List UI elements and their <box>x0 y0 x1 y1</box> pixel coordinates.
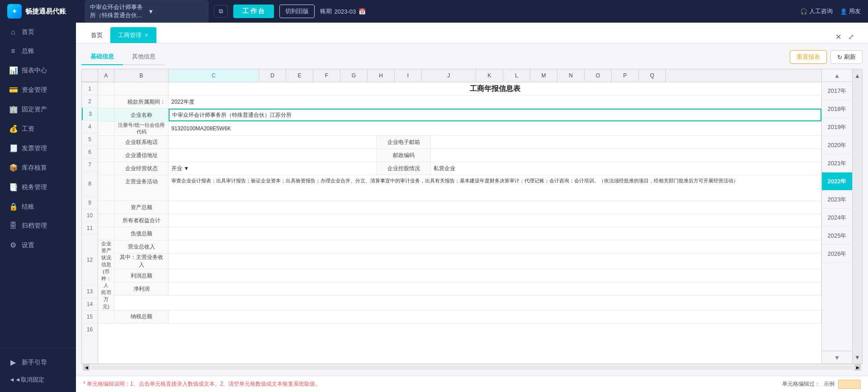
cell-10-B[interactable]: 所有者权益合计 <box>114 214 169 227</box>
year-item-2024[interactable]: 2024年 <box>822 209 852 227</box>
sidebar-item-settings[interactable]: ⚙ 设置 <box>0 235 76 255</box>
cell-16-C[interactable] <box>169 311 821 323</box>
tab-home[interactable]: 首页 <box>83 27 110 43</box>
fullscreen-button[interactable]: ⤢ <box>844 30 857 43</box>
cell-5-A[interactable] <box>98 136 114 148</box>
cell-7-A[interactable] <box>98 162 114 175</box>
cell-16-B[interactable]: 纳税总额 <box>114 311 169 323</box>
cell-4-B[interactable]: 注册号/统一社会信用代码 <box>114 122 169 135</box>
cell-9-C[interactable] <box>169 201 821 214</box>
cell-4-C[interactable]: 91320100MA208E5W6K <box>169 122 821 135</box>
collapse-arrow-up[interactable]: ▲ <box>853 69 862 82</box>
row-num-5: 5 <box>82 133 98 146</box>
year-item-2021[interactable]: 2021年 <box>822 154 852 172</box>
cell-13-C[interactable] <box>169 253 821 269</box>
year-item-2023[interactable]: 2023年 <box>822 191 852 209</box>
cell-2-B[interactable]: 税款所属期间： <box>114 96 169 108</box>
sub-tab-other[interactable]: 其他信息 <box>123 49 165 65</box>
cell-5-B[interactable]: 企业联系电话 <box>114 136 169 148</box>
cell-6-B[interactable]: 企业通信地址 <box>114 149 169 162</box>
sidebar-item-assets[interactable]: 🏢 固定资产 <box>0 100 76 119</box>
sidebar-item-fund[interactable]: 💳 资金管理 <box>0 80 76 100</box>
year-item-2020[interactable]: 2020年 <box>822 136 852 154</box>
cell-15-C[interactable] <box>169 282 821 295</box>
cell-7-C[interactable]: 开业 ▼ <box>169 162 377 175</box>
cell-5-K[interactable] <box>431 136 821 148</box>
year-item-2025[interactable]: 2025年 <box>822 227 852 245</box>
edit-hint: * 单元格编辑说明：1、点击单元格直接录入数值或文本。2、清空单元格数值或文本恢… <box>83 380 782 388</box>
tab-industrial[interactable]: 工商管理 ✕ <box>110 27 156 43</box>
sidebar-item-tax[interactable]: 📑 税务管理 <box>0 177 76 197</box>
sidebar-pin-button[interactable]: ◄◄取消固定 <box>0 372 76 387</box>
sidebar-item-archive[interactable]: 🗄 归档管理 <box>0 216 76 235</box>
cell-5-C[interactable] <box>169 136 377 148</box>
collapse-arrow-down[interactable]: ▼ <box>853 351 862 363</box>
col-header-J: J <box>422 69 476 82</box>
cell-16-A[interactable] <box>98 311 114 323</box>
cell-10-A[interactable] <box>98 214 114 227</box>
sidebar-item-ledger[interactable]: ≡ 总账 <box>0 42 76 61</box>
copy-button[interactable]: ⧉ <box>214 5 228 18</box>
cell-11-B[interactable]: 负债总额 <box>114 227 169 240</box>
cell-1-B[interactable] <box>114 82 169 95</box>
cell-11-A[interactable] <box>98 227 114 240</box>
cell-7-B[interactable]: 企业经营状态 <box>114 162 169 175</box>
switch-version-button[interactable]: 切到旧版 <box>279 5 315 18</box>
cell-8-A[interactable] <box>98 175 114 201</box>
sidebar-item-guide[interactable]: ▶ 新手引导 <box>0 353 76 372</box>
cell-14-B[interactable]: 利润总额 <box>114 269 169 282</box>
close-period-icon: 🔒 <box>9 202 17 211</box>
sidebar-item-invoice[interactable]: 🧾 发票管理 <box>0 139 76 158</box>
cell-12-C[interactable] <box>169 240 821 253</box>
cell-6-A[interactable] <box>98 149 114 162</box>
hscroll-left-btn[interactable]: ◀ <box>83 364 90 371</box>
cell-3-B[interactable]: 企业名称 <box>114 109 169 121</box>
calendar-icon[interactable]: 📅 <box>359 8 366 15</box>
reset-report-button[interactable]: 重置报表 <box>790 50 827 64</box>
cell-15-B[interactable]: 净利润 <box>114 282 169 295</box>
cell-1-A[interactable] <box>98 82 114 95</box>
company-selector[interactable]: 中审众环会计师事务所（特殊普通合伙... ▼ <box>85 0 208 22</box>
year-item-2026[interactable]: 2026年 <box>822 245 852 263</box>
cell-8-B[interactable]: 主营业务活动 <box>114 175 169 201</box>
year-panel-up-arrow[interactable]: ▲ <box>834 72 840 79</box>
cell-3-C[interactable]: 中审众环会计师事务所（特殊普通合伙）江苏分所 <box>169 109 821 121</box>
cell-6-K[interactable] <box>431 149 821 162</box>
year-item-2019[interactable]: 2019年 <box>822 118 852 136</box>
workbench-button[interactable]: 工 作 台 <box>233 5 274 18</box>
cell-12-B[interactable]: 营业总收入 <box>114 240 169 253</box>
user-avatar[interactable]: 👤 用友 <box>840 7 861 15</box>
year-item-2018[interactable]: 2018年 <box>822 100 852 118</box>
tab-close-icon[interactable]: ✕ <box>144 32 149 38</box>
example-label: 示例 <box>824 380 835 388</box>
cell-3-A[interactable] <box>98 109 114 121</box>
service-button[interactable]: 🎧 人工咨询 <box>800 7 833 15</box>
cell-11-C[interactable] <box>169 227 821 240</box>
cell-14-C[interactable] <box>169 269 821 282</box>
sidebar-item-report[interactable]: 📊 报表中心 <box>0 61 76 80</box>
cell-6-C[interactable] <box>169 149 377 162</box>
hscroll-right-btn[interactable]: ▶ <box>854 364 861 371</box>
cell-4-A[interactable] <box>98 122 114 135</box>
cell-8-C[interactable]: 审查企业会计报表；出具审计报告；验证企业资本；出具验资报告；办理企业合并、分立、… <box>169 175 821 201</box>
sidebar-item-home[interactable]: ⌂ 首页 <box>0 23 76 42</box>
cell-10-C[interactable] <box>169 214 821 227</box>
cell-2-C[interactable]: 2022年度 <box>169 96 821 108</box>
close-window-button[interactable]: ✕ <box>832 30 844 43</box>
table-row: 企业名称 中审众环会计师事务所（特殊普通合伙）江苏分所 <box>98 109 821 122</box>
cell-13-B[interactable]: 其中：主营业务收入 <box>114 253 169 269</box>
refresh-button[interactable]: ↻ 刷新 <box>830 50 863 64</box>
cell-9-A[interactable] <box>98 201 114 214</box>
fund-icon: 💳 <box>9 86 17 94</box>
sidebar-item-salary[interactable]: 💰 工资 <box>0 119 76 139</box>
sub-tab-basic[interactable]: 基础信息 <box>81 49 123 65</box>
cell-9-B[interactable]: 资产总额 <box>114 201 169 214</box>
cell-7-K[interactable]: 私营企业 <box>431 162 821 175</box>
year-panel-down-arrow[interactable]: ▼ <box>834 354 840 361</box>
cell-2-A[interactable] <box>98 96 114 108</box>
sidebar-item-close[interactable]: 🔒 结账 <box>0 197 76 216</box>
sidebar-item-inventory[interactable]: 📦 库存核算 <box>0 158 76 177</box>
hscroll-track[interactable] <box>91 366 853 369</box>
year-item-2022[interactable]: 2022年 <box>822 172 852 191</box>
year-item-2017[interactable]: 2017年 <box>822 82 852 100</box>
